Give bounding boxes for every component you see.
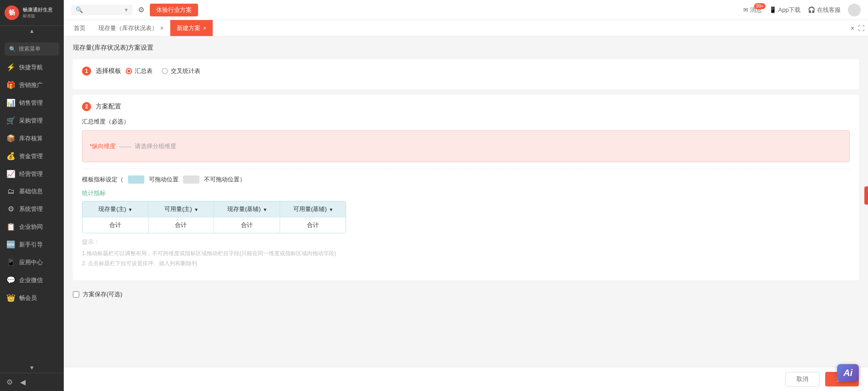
- topbar-search-input[interactable]: [86, 7, 122, 13]
- radio-summary[interactable]: 汇总表: [126, 67, 153, 75]
- topbar-right: ✉ 99+ 消息 📱 App下载 🎧 在线客服: [743, 4, 861, 16]
- tab-inventory-close[interactable]: ×: [160, 25, 163, 31]
- header-chevron-1[interactable]: [195, 206, 198, 213]
- sidebar-label-finance: 资金管理: [19, 152, 43, 160]
- indicator-settings-label: 模板指标设定（: [82, 175, 123, 184]
- body-cell-0-2: 合计: [214, 217, 280, 233]
- sidebar-item-basicinfo[interactable]: 🗂 基础信息: [0, 183, 64, 200]
- statistics-table: 现存量(主) 可用量(主) 现存量(基辅) 可用量(基辅): [82, 201, 346, 233]
- dimension-placeholder-text: 请选择分组维度: [135, 142, 176, 150]
- sidebar-item-vip[interactable]: 👑 畅会员: [0, 289, 64, 307]
- radio-summary-circle: [126, 68, 132, 74]
- sidebar-label-marketing: 营销推广: [19, 81, 43, 89]
- header-chevron-0[interactable]: [129, 206, 132, 213]
- step1-badge: 1: [82, 67, 91, 76]
- sidebar-item-finance[interactable]: 💰 资金管理: [0, 147, 64, 165]
- header-label-2: 现存量(基辅): [227, 205, 261, 213]
- sidebar-item-contract[interactable]: 📋 企业协同: [0, 218, 64, 236]
- sidebar-item-inventory[interactable]: 📦 库存核算: [0, 129, 64, 147]
- search-icon: 🔍: [9, 46, 16, 52]
- sidebar-item-sysmanage[interactable]: ⚙ 系统管理: [0, 200, 64, 218]
- header-label-1: 可用量(主): [164, 205, 192, 213]
- radio-cross-circle: [162, 68, 168, 74]
- header-cell-2[interactable]: 现存量(基辅): [214, 201, 280, 217]
- right-edge-handle[interactable]: [864, 186, 868, 205]
- sidebar-item-appcenter[interactable]: 📱 应用中心: [0, 253, 64, 271]
- sysmanage-icon: ⚙: [6, 205, 15, 213]
- tip-item-1: 2. 点击标题栏下拉可设置排序、插入列和删除列: [82, 259, 850, 269]
- customer-service-link[interactable]: 🎧 在线客服: [808, 6, 841, 14]
- app-download-label: App下载: [778, 6, 801, 14]
- sidebar-label-purchase: 采购管理: [19, 117, 43, 125]
- save-label: 方案保存(可选): [83, 290, 123, 298]
- trial-button[interactable]: 体验行业方案: [150, 4, 198, 16]
- stat-section-label: 统计指标: [82, 189, 850, 197]
- tab-inventory-label: 现存量（库存状况表）: [98, 24, 158, 32]
- body-cell-0-0: 合计: [82, 217, 148, 233]
- draggable-tag: [128, 175, 144, 184]
- dimension-area[interactable]: *纵向维度 —— 请选择分组维度: [82, 130, 850, 162]
- undraggable-label: 不可拖动位置）: [204, 175, 245, 184]
- sidebar-item-operation[interactable]: 📈 经营管理: [0, 165, 64, 183]
- cancel-button[interactable]: 取消: [785, 372, 820, 386]
- app-edition: 标准版: [23, 13, 53, 19]
- tab-expand-button[interactable]: ⛶: [858, 25, 864, 32]
- step2-header: 2 方案配置: [82, 102, 850, 111]
- sidebar-item-purchase[interactable]: 🛒 采购管理: [0, 112, 64, 129]
- sales-icon: 📊: [6, 98, 15, 107]
- purchase-icon: 🛒: [6, 116, 15, 125]
- collapse-icon[interactable]: ◀: [20, 378, 26, 386]
- sidebar-item-corpwechat[interactable]: 💬 企业微信: [0, 271, 64, 289]
- header-cell-3[interactable]: 可用量(基辅): [280, 201, 346, 217]
- body-cell-0-1: 合计: [148, 217, 214, 233]
- summary-dimension-label: 汇总维度（必选）: [82, 118, 850, 126]
- ai-badge[interactable]: Ai: [837, 364, 859, 382]
- step1-section: 1 选择模板 汇总表 交叉统计表: [73, 59, 859, 89]
- topbar-search-icon: 🔍: [76, 6, 83, 13]
- tab-home[interactable]: 首页: [67, 24, 92, 32]
- sidebar-item-newguide[interactable]: 🆕 新手引导: [0, 236, 64, 253]
- stat-table-header: 现存量(主) 可用量(主) 现存量(基辅) 可用量(基辅): [82, 201, 346, 217]
- header-label-3: 可用量(基辅): [293, 205, 327, 213]
- topbar-chevron-icon[interactable]: ▾: [125, 6, 128, 13]
- basicinfo-icon: 🗂: [6, 187, 15, 196]
- sidebar-scroll-down[interactable]: ▼: [0, 363, 64, 373]
- sidebar-label-sales: 销售管理: [19, 99, 43, 107]
- save-checkbox[interactable]: [73, 291, 79, 298]
- sidebar-label-appcenter: 应用中心: [19, 258, 43, 267]
- step2-title: 方案配置: [96, 103, 121, 111]
- tab-new-scheme[interactable]: 新建方案 ×: [170, 20, 213, 36]
- sidebar-scroll-up[interactable]: ▲: [0, 26, 64, 36]
- header-cell-0[interactable]: 现存量(主): [82, 201, 148, 217]
- customer-service-label: 在线客服: [817, 6, 841, 14]
- sidebar-item-marketing[interactable]: 🎁 营销推广: [0, 76, 64, 94]
- topbar: 🔍 ▾ ⚙ 体验行业方案 ✉ 99+ 消息 📱 App下载 🎧 在线客服: [64, 0, 868, 20]
- tip-item-0: 1.拖动标题栏可以调整布局，不可跨维度或指标区域拖动栏目字段(只能在同一维度或指…: [82, 249, 850, 259]
- settings-icon[interactable]: ⚙: [6, 378, 13, 386]
- messages-button[interactable]: ✉ 99+ 消息: [743, 6, 762, 14]
- step2-badge: 2: [82, 102, 91, 111]
- user-avatar[interactable]: [848, 4, 861, 16]
- sidebar-item-search[interactable]: 🔍 搜索菜单: [5, 42, 59, 56]
- logo-icon: 畅: [5, 5, 19, 20]
- operation-icon: 📈: [6, 170, 15, 178]
- tab-new-scheme-close[interactable]: ×: [203, 25, 206, 31]
- radio-cross[interactable]: 交叉统计表: [162, 67, 200, 75]
- header-chevron-3[interactable]: [330, 206, 332, 213]
- page-content: 现存量(库存状况表)方案设置 1 选择模板 汇总表 交叉统计表: [64, 36, 868, 367]
- app-download-link[interactable]: 📱 App下载: [769, 6, 801, 14]
- dimension-line: ——: [119, 143, 131, 150]
- topbar-gear-icon[interactable]: ⚙: [138, 5, 144, 14]
- header-chevron-2[interactable]: [264, 206, 266, 213]
- sidebar-item-sales[interactable]: 📊 销售管理: [0, 94, 64, 112]
- topbar-search[interactable]: 🔍 ▾: [71, 5, 133, 15]
- indicator-settings-row: 模板指标设定（ 可拖动位置 不可拖动位置）: [82, 175, 850, 184]
- main-area: 🔍 ▾ ⚙ 体验行业方案 ✉ 99+ 消息 📱 App下载 🎧 在线客服 首页: [64, 0, 868, 391]
- sidebar-item-quicknav[interactable]: ⚡ 快捷导航: [0, 58, 64, 76]
- header-cell-1[interactable]: 可用量(主): [148, 201, 214, 217]
- divider1: [82, 169, 850, 169]
- tab-close-all-button[interactable]: ×: [851, 25, 854, 32]
- tab-inventory[interactable]: 现存量（库存状况表） ×: [92, 20, 170, 36]
- sidebar-footer: ⚙ ◀: [0, 373, 64, 391]
- vip-icon: 👑: [6, 293, 15, 302]
